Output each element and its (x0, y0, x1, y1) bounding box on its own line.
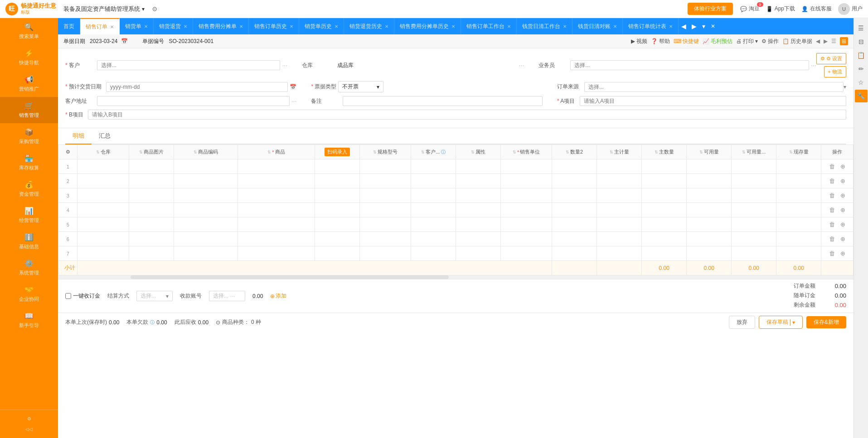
cell-mqty-7[interactable] (642, 246, 687, 261)
cell-attr-4[interactable] (456, 203, 500, 217)
tab-detail[interactable]: 明细 (65, 128, 92, 144)
cell-attr-1[interactable] (456, 159, 500, 174)
th-warehouse-sort[interactable]: ⇅ 仓库 (96, 149, 111, 155)
cell-munit-2[interactable] (597, 174, 642, 188)
online-service-item[interactable]: 👤 在线客服 (801, 5, 832, 13)
user-item[interactable]: U 用户 (838, 3, 863, 15)
tab-expense-split[interactable]: 销售费用分摊单 ✕ (193, 18, 249, 34)
settings-side-btn[interactable]: ⚙ ⚙ 设置 (816, 53, 846, 64)
cell-qty2-2[interactable] (552, 174, 597, 188)
cell-ccode-4[interactable] (411, 203, 456, 217)
b-project-input[interactable] (88, 110, 846, 120)
save-new-btn[interactable]: 保存&新增 (806, 316, 846, 328)
cell-stock-7[interactable] (776, 246, 821, 261)
cell-qty2-1[interactable] (552, 159, 597, 174)
history-btn[interactable]: 📋 历史单据 (782, 38, 812, 45)
account-dots[interactable]: ··· (230, 293, 235, 299)
tab-sales-receipt-close[interactable]: ✕ (144, 24, 148, 29)
delete-row-6[interactable]: 🗑 (827, 235, 836, 244)
cell-spec-2[interactable] (359, 174, 411, 188)
cell-scan-5[interactable] (315, 217, 359, 232)
delivery-calendar-icon[interactable]: 📅 (290, 84, 296, 90)
nav-prev-icon[interactable]: ◀ (816, 38, 820, 44)
cell-munit-5[interactable] (597, 217, 642, 232)
cell-avail-2[interactable] (687, 174, 732, 188)
tab-daily-clear-close[interactable]: ✕ (563, 24, 567, 29)
tab-sales-order-close[interactable]: ✕ (110, 24, 114, 29)
cell-code-3[interactable] (174, 188, 238, 203)
delete-row-5[interactable]: 🗑 (827, 220, 836, 229)
view-toggle-list[interactable]: ☰ (831, 38, 836, 44)
system-title-dropdown[interactable]: 装备及固定资产辅助管理系统 ▾ (60, 5, 145, 13)
cell-qty2-4[interactable] (552, 203, 597, 217)
cell-mqty-1[interactable] (642, 159, 687, 174)
cell-img-7[interactable] (129, 246, 174, 261)
cell-code-5[interactable] (174, 217, 238, 232)
cell-spec-5[interactable] (359, 217, 411, 232)
cell-avail-4[interactable] (687, 203, 732, 217)
sidebar-item-purchase[interactable]: 📦 采购管理 (0, 123, 58, 149)
cell-code-6[interactable] (174, 232, 238, 246)
cell-warehouse-2[interactable] (78, 174, 129, 188)
tab-return-history[interactable]: 销货退货历史 ✕ (344, 18, 394, 34)
salesperson-dots[interactable]: ··· (811, 62, 816, 69)
tab-order-workspace[interactable]: 销售订单工作台 ✕ (461, 18, 517, 34)
cell-ccode-2[interactable] (411, 174, 456, 188)
cell-qty2-3[interactable] (552, 188, 597, 203)
cell-unit-7[interactable] (500, 246, 552, 261)
account-select[interactable]: 选择... ··· (209, 291, 245, 301)
cell-avail-7[interactable] (687, 246, 732, 261)
cell-product-2[interactable] (238, 174, 315, 188)
cell-attr-6[interactable] (456, 232, 500, 246)
discard-btn[interactable]: 放弃 (729, 316, 755, 329)
sidebar-item-base[interactable]: ℹ️ 基础信息 (0, 228, 58, 255)
right-panel-icon-6[interactable]: 🔧 (855, 90, 868, 102)
cell-stock-1[interactable] (776, 159, 821, 174)
cell-mqty-5[interactable] (642, 217, 687, 232)
sidebar-item-finance[interactable]: 💰 资金管理 (0, 176, 58, 202)
cell-scan-7[interactable] (315, 246, 359, 261)
cell-munit-1[interactable] (597, 159, 642, 174)
cell-mqty-3[interactable] (642, 188, 687, 203)
cell-warehouse-7[interactable] (78, 246, 129, 261)
profit-btn[interactable]: 📈 毛利预估 (703, 38, 732, 45)
cell-mqty-6[interactable] (642, 232, 687, 246)
cell-unit-6[interactable] (500, 232, 552, 246)
tab-order-history[interactable]: 销售订单历史 ✕ (249, 18, 299, 34)
copy-row-4[interactable]: ⊕ (838, 206, 847, 215)
sidebar-settings[interactable]: ⚙ (0, 414, 58, 424)
sidebar-item-collab[interactable]: 🤝 企业协同 (0, 281, 58, 307)
salesperson-input[interactable] (570, 60, 809, 70)
cell-scan-2[interactable] (315, 174, 359, 188)
right-panel-icon-1[interactable]: ☰ (855, 22, 868, 34)
cell-munit-3[interactable] (597, 188, 642, 203)
tab-home[interactable]: 首页 (58, 18, 80, 34)
cell-qty2-7[interactable] (552, 246, 597, 261)
cell-img-1[interactable] (129, 159, 174, 174)
cell-attr-3[interactable] (456, 188, 500, 203)
tab-sales-return-close[interactable]: ✕ (184, 24, 187, 29)
view-btn[interactable]: ▶ 视频 (631, 38, 647, 45)
delete-row-7[interactable]: 🗑 (827, 249, 836, 258)
sidebar-item-marketing[interactable]: 📢 营销推广 (0, 71, 58, 97)
cell-warehouse-5[interactable] (78, 217, 129, 232)
sidebar-item-search[interactable]: 🔍 搜索菜单 (0, 18, 58, 44)
nav-next-icon[interactable]: ▶ (824, 38, 828, 44)
delete-row-2[interactable]: 🗑 (827, 177, 836, 186)
app-download-item[interactable]: 📱 App下载 (766, 5, 795, 13)
cell-munit-4[interactable] (597, 203, 642, 217)
tab-sales-return[interactable]: 销货退货 ✕ (154, 18, 193, 34)
address-dots[interactable]: ··· (291, 97, 297, 105)
save-draft-dropdown-icon[interactable]: ▾ (790, 319, 795, 326)
customer-dots[interactable]: ··· (282, 62, 287, 69)
cell-attr-7[interactable] (456, 246, 500, 261)
cell-qty2-5[interactable] (552, 217, 597, 232)
cell-scan-4[interactable] (315, 203, 359, 217)
cell-unit-2[interactable] (500, 174, 552, 188)
address-input[interactable] (97, 96, 290, 106)
cell-code-4[interactable] (174, 203, 238, 217)
cell-ccode-5[interactable] (411, 217, 456, 232)
cell-avail-6[interactable] (687, 232, 732, 246)
right-panel-icon-5[interactable]: ☆ (855, 76, 868, 89)
add-logistics-btn[interactable]: + 物流 (824, 66, 846, 77)
